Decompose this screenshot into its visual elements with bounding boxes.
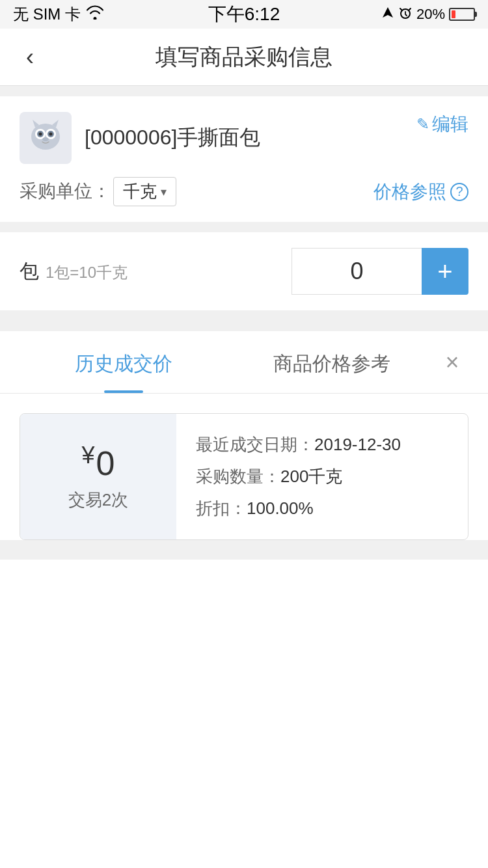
price-right-panel: 最近成交日期：2019-12-30 采购数量：200千克 折扣：100.00% — [176, 414, 468, 539]
product-thumbnail — [20, 112, 72, 164]
divider2 — [0, 310, 488, 321]
price-card: ¥0 交易2次 最近成交日期：2019-12-30 采购数量：200千克 折扣：… — [20, 413, 468, 540]
tab-price-reference[interactable]: 商品价格参考 — [228, 331, 436, 393]
price-left-panel: ¥0 交易2次 — [20, 414, 176, 539]
quantity-unit: 包 — [20, 258, 39, 285]
product-card: [0000006]手撕面包 ✎ 编辑 采购单位： 千克 ▾ 价格参照 ? — [0, 96, 488, 222]
product-unit-row: 采购单位： 千克 ▾ 价格参照 ? — [20, 177, 468, 206]
nav-bar: ‹ 填写商品采购信息 — [0, 29, 488, 86]
purchase-qty-row: 采购数量：200千克 — [196, 465, 448, 488]
discount-row: 折扣：100.00% — [196, 497, 448, 520]
divider — [0, 222, 488, 232]
status-right: 20% — [381, 5, 475, 23]
quantity-input-group: 0 + — [291, 248, 468, 295]
price-amount: ¥0 — [82, 442, 115, 483]
quantity-conversion: 1包=10千克 — [46, 262, 128, 283]
wifi-icon — [86, 5, 104, 23]
help-icon: ? — [450, 183, 468, 201]
product-logo — [26, 116, 65, 161]
unit-select[interactable]: 千克 ▾ — [113, 177, 176, 206]
gps-icon — [381, 6, 394, 23]
main-content — [0, 560, 488, 868]
status-left: 无 SIM 卡 — [13, 4, 104, 25]
quantity-row: 包 1包=10千克 0 + — [0, 232, 488, 310]
quantity-label-group: 包 1包=10千克 — [20, 258, 128, 285]
currency-symbol: ¥ — [82, 442, 95, 468]
back-button[interactable]: ‹ — [20, 37, 40, 77]
battery-percent: 20% — [416, 6, 445, 23]
unit-label-group: 采购单位： 千克 ▾ — [20, 177, 176, 206]
svg-point-8 — [42, 137, 49, 141]
svg-point-6 — [39, 132, 42, 135]
page-title: 填写商品采购信息 — [156, 42, 332, 72]
edit-icon: ✎ — [416, 115, 429, 133]
tab-close-button[interactable]: × — [436, 346, 468, 379]
signal-text: 无 SIM 卡 — [13, 4, 81, 25]
tab-panel: 历史成交价 商品价格参考 × ¥0 交易2次 最近成交日期：2019-12-30… — [0, 331, 488, 540]
svg-point-1 — [31, 124, 60, 150]
alarm-icon — [398, 5, 413, 23]
tab-history-price[interactable]: 历史成交价 — [20, 331, 228, 393]
unit-label: 采购单位： — [20, 181, 111, 201]
price-ref-button[interactable]: 价格参照 ? — [373, 180, 468, 204]
quantity-plus-button[interactable]: + — [422, 248, 468, 295]
chevron-down-icon: ▾ — [161, 185, 167, 199]
battery-icon — [449, 8, 475, 21]
status-bar: 无 SIM 卡 下午6:12 20% — [0, 0, 488, 29]
status-time: 下午6:12 — [208, 2, 280, 27]
product-left: [0000006]手撕面包 — [20, 112, 260, 164]
quantity-input[interactable]: 0 — [291, 248, 422, 295]
product-header: [0000006]手撕面包 ✎ 编辑 — [20, 112, 468, 164]
svg-point-7 — [49, 132, 53, 135]
recent-date-row: 最近成交日期：2019-12-30 — [196, 433, 448, 456]
tab-header: 历史成交价 商品价格参考 × — [0, 331, 488, 394]
product-name: [0000006]手撕面包 — [85, 124, 260, 152]
edit-button[interactable]: ✎ 编辑 — [416, 112, 468, 137]
trade-count: 交易2次 — [68, 489, 128, 511]
